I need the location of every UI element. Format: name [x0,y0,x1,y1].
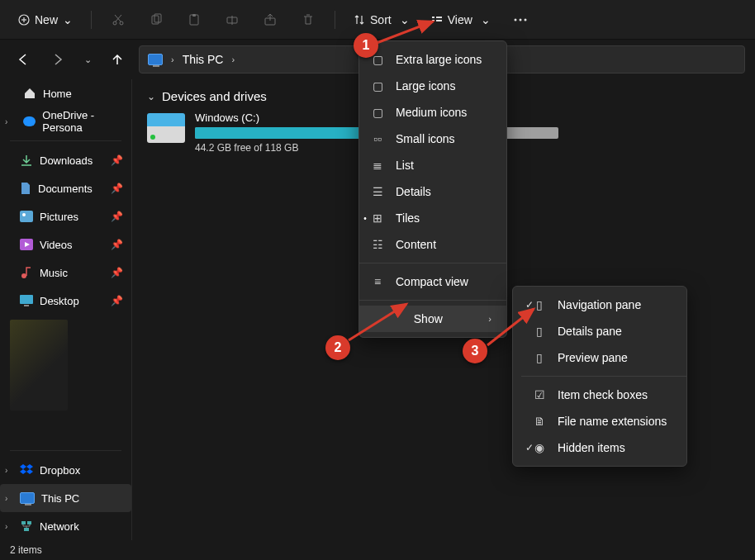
document-icon [20,182,31,195]
svg-rect-16 [436,17,442,18]
navigation-pane: Home › OneDrive - Persona Downloads 📌 Do… [0,79,132,540]
sidebar-item-downloads[interactable]: Downloads 📌 [0,146,131,174]
cut-icon [112,13,125,26]
svg-point-4 [120,21,123,25]
toolbar-divider [335,11,335,29]
more-icon [514,18,527,21]
menu-item-label: Small icons [396,132,455,145]
menu-item-small-icons[interactable]: ▫▫ Small icons [359,126,506,152]
arrow-up-icon [111,53,124,66]
svg-rect-32 [21,521,26,524]
sort-icon [354,14,365,26]
sidebar-item-documents[interactable]: Documents 📌 [0,174,131,202]
svg-rect-33 [27,521,31,524]
pin-icon: 📌 [111,183,123,194]
sidebar-item-label: Dropbox [40,464,80,477]
up-button[interactable] [104,46,131,73]
menu-item-label: Medium icons [396,106,467,119]
arrow-left-icon [17,53,30,66]
recent-locations-button[interactable]: ⌄ [79,46,96,73]
more-button[interactable] [504,5,537,35]
svg-marker-29 [26,464,33,469]
dropbox-icon [20,464,33,476]
menu-item-tiles[interactable]: • ⊞ Tiles [359,205,506,231]
menu-item-list[interactable]: ≣ List [359,152,506,178]
menu-item-medium-icons[interactable]: ▢ Medium icons [359,99,506,126]
sidebar-item-network[interactable]: › Network [0,512,131,540]
share-button[interactable] [254,5,287,35]
videos-icon [20,239,33,250]
group-title: Devices and drives [162,89,267,103]
sidebar-item-desktop[interactable]: Desktop 📌 [0,287,131,315]
forward-button[interactable] [45,46,71,73]
menu-item-label: File name extensions [558,415,667,428]
svg-line-6 [115,15,121,21]
expander-icon[interactable]: › [5,494,7,503]
menu-item-compact-view[interactable]: ≡ Compact view [359,268,506,295]
menu-divider [521,376,686,377]
menu-item-navigation-pane[interactable]: ✓ ▯ Navigation pane [521,292,686,318]
expander-icon[interactable]: › [5,522,7,531]
delete-button[interactable] [292,5,325,35]
chevron-down-icon: ⌄ [147,91,155,102]
svg-point-19 [519,18,521,21]
eye-icon: ◉ [533,441,546,454]
menu-item-show[interactable]: Show › [359,306,506,332]
paste-button[interactable] [178,5,211,35]
menu-item-details-pane[interactable]: ▯ Details pane [521,318,686,344]
cut-button[interactable] [102,5,135,35]
menu-item-large-icons[interactable]: ▢ Large icons [359,73,506,99]
layout-content-icon: ☷ [371,238,384,251]
menu-item-content[interactable]: ☷ Content [359,231,506,258]
annotation-badge-1: 1 [354,33,378,58]
menu-item-label: Content [396,238,436,251]
sidebar-item-pictures[interactable]: Pictures 📌 [0,202,131,230]
sidebar-item-dropbox[interactable]: › Dropbox [0,456,131,484]
cloud-icon [23,116,36,126]
rename-button[interactable] [216,5,249,35]
sidebar-item-videos[interactable]: Videos 📌 [0,230,131,259]
view-label: View [448,13,472,26]
copy-button[interactable] [140,5,173,35]
sidebar-item-label: Desktop [40,295,79,307]
delete-icon [302,13,315,26]
pin-icon: 📌 [111,239,123,250]
sort-button[interactable]: Sort ⌄ [345,5,418,35]
menu-item-extra-large-icons[interactable]: ▢ Extra large icons [359,46,506,73]
checkbox-icon: ☑ [533,388,546,401]
pictures-icon [20,211,33,222]
sidebar-item-this-pc[interactable]: › This PC [0,484,131,512]
file-icon: 🗎 [533,415,546,428]
view-button[interactable]: View ⌄ [423,5,499,35]
menu-item-label: Hidden items [558,441,625,454]
new-button[interactable]: New ⌄ [10,9,81,31]
sidebar-item-label: Pictures [40,211,78,223]
sidebar-item-label: Network [40,520,79,533]
menu-item-file-extensions[interactable]: 🗎 File name extensions [521,408,686,434]
pc-icon [148,54,163,65]
menu-divider [359,300,506,301]
layout-sm-icon: ▫▫ [371,132,384,145]
svg-rect-34 [24,528,29,531]
svg-point-3 [113,21,116,25]
sidebar-item-music[interactable]: Music 📌 [0,259,131,287]
sidebar-item-onedrive[interactable]: › OneDrive - Persona [0,107,131,135]
chevron-down-icon: ⌄ [481,13,491,26]
sidebar-recent-thumbnail[interactable] [10,320,68,411]
breadcrumb-location[interactable]: This PC [183,53,224,66]
sidebar-item-home[interactable]: Home [0,79,131,107]
menu-item-details[interactable]: ☰ Details [359,178,506,205]
pin-icon: 📌 [111,267,123,278]
expander-icon[interactable]: › [5,466,7,475]
back-button[interactable] [10,46,36,73]
view-menu: ▢ Extra large icons ▢ Large icons ▢ Medi… [359,40,507,338]
share-icon [264,13,277,26]
copy-icon [150,13,163,26]
menu-item-preview-pane[interactable]: ▯ Preview pane [521,344,686,371]
menu-item-hidden-items[interactable]: ✓ ◉ Hidden items [521,434,686,461]
svg-marker-28 [20,464,26,469]
menu-item-check-boxes[interactable]: ☑ Item check boxes [521,382,686,408]
pin-icon: 📌 [111,154,123,166]
expander-icon[interactable]: › [5,117,7,126]
menu-item-label: Item check boxes [558,388,648,401]
